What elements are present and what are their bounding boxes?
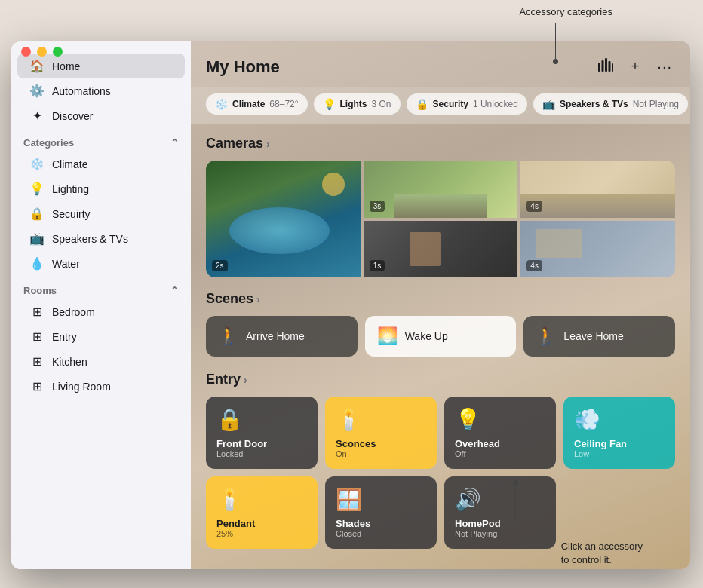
sconces-tile[interactable]: 🕯️ Sconces On — [325, 397, 437, 469]
sidebar-item-home[interactable]: 🏠 Home — [17, 54, 185, 78]
overhead-name: Overhead — [455, 438, 545, 449]
pill-climate-title: Climate — [232, 99, 265, 109]
cameras-grid: 2s 3s 4s 1s — [206, 161, 675, 277]
sidebar-item-automations-label: Automations — [52, 85, 111, 97]
sidebar-item-climate-label: Climate — [52, 158, 87, 170]
sconces-status: On — [336, 449, 426, 458]
sidebar-item-security-label: Secuirty — [52, 208, 91, 220]
pill-lights[interactable]: 💡 Lights 3 On — [314, 93, 401, 115]
shades-icon: 🪟 — [336, 487, 426, 512]
sidebar-item-entry-label: Entry — [52, 331, 77, 343]
shades-name: Shades — [336, 518, 426, 529]
overhead-status: Off — [455, 449, 545, 458]
svg-rect-4 — [612, 63, 613, 72]
maximize-button[interactable] — [53, 47, 63, 57]
scenes-section-label: Scenes — [206, 291, 253, 307]
main-content: My Home + ··· ❄️ Climate — [191, 41, 690, 569]
scenes-row: 🚶 Arrive Home 🌅 Wake Up 🚶 Leave Home — [206, 316, 675, 357]
svg-rect-3 — [608, 61, 610, 72]
sidebar-item-climate[interactable]: ❄️ Climate — [17, 152, 185, 176]
sidebar-item-water[interactable]: 💧 Water — [17, 251, 185, 276]
sidebar-item-living-room[interactable]: ⊞ Living Room — [17, 374, 185, 399]
sidebar-item-kitchen-label: Kitchen — [52, 356, 87, 368]
content-area: Cameras › 2s 3s 4s — [191, 124, 690, 569]
camera-2-label: 3s — [370, 201, 385, 212]
sidebar-item-automations[interactable]: ⚙️ Automations — [17, 78, 185, 103]
shades-status: Closed — [336, 529, 426, 538]
pill-security[interactable]: 🔒 Security 1 Unlocked — [407, 93, 527, 115]
front-door-tile[interactable]: 🔒 Front Door Locked — [206, 397, 318, 469]
kitchen-icon: ⊞ — [29, 354, 45, 369]
pill-climate[interactable]: ❄️ Climate 68–72° — [206, 93, 308, 115]
ceiling-fan-tile[interactable]: 💨 Ceiling Fan Low — [563, 397, 675, 469]
lighting-icon: 💡 — [29, 182, 45, 196]
sidebar-item-discover-label: Discover — [52, 110, 93, 122]
homepod-name: HomePod — [455, 518, 545, 529]
svg-rect-1 — [601, 60, 603, 72]
camera-2[interactable]: 3s — [364, 161, 518, 218]
sconces-icon: 🕯️ — [336, 407, 426, 432]
pendant-name: Pendant — [216, 518, 307, 529]
ceiling-fan-name: Ceiling Fan — [574, 438, 665, 449]
category-pills: ❄️ Climate 68–72° 💡 Lights 3 On 🔒 Securi… — [191, 87, 690, 124]
callout-top-label: Accessory categories — [519, 6, 612, 17]
shades-tile[interactable]: 🪟 Shades Closed — [325, 476, 437, 549]
discover-icon: ✦ — [29, 109, 45, 123]
minimize-button[interactable] — [37, 47, 47, 57]
traffic-lights — [21, 47, 63, 57]
sidebar-item-discover[interactable]: ✦ Discover — [17, 103, 185, 128]
leave-home-scene[interactable]: 🚶 Leave Home — [523, 316, 675, 357]
sconces-name: Sconces — [336, 438, 426, 449]
pill-speakers-tvs[interactable]: 📺 Speakers & TVs Not Playing — [533, 93, 688, 115]
pill-climate-sub: 68–72° — [269, 99, 298, 109]
pill-security-sub: 1 Unlocked — [473, 99, 518, 109]
front-door-name: Front Door — [216, 438, 307, 449]
scenes-section-header[interactable]: Scenes › — [206, 291, 675, 307]
sidebar-item-security[interactable]: 🔒 Secuirty — [17, 201, 185, 226]
close-button[interactable] — [21, 47, 31, 57]
activity-button[interactable] — [595, 55, 616, 78]
sidebar-item-living-room-label: Living Room — [52, 381, 111, 393]
cameras-chevron: › — [266, 138, 270, 150]
camera-3-label: 4s — [526, 201, 542, 212]
sidebar-item-kitchen[interactable]: ⊞ Kitchen — [17, 349, 185, 374]
pill-speakers-sub: Not Playing — [633, 99, 679, 109]
more-button[interactable]: ··· — [654, 55, 675, 78]
wake-up-icon: 🌅 — [377, 326, 398, 346]
arrive-home-scene[interactable]: 🚶 Arrive Home — [206, 316, 358, 357]
sidebar-item-entry[interactable]: ⊞ Entry — [17, 324, 185, 349]
add-button[interactable]: + — [628, 56, 643, 78]
sidebar-item-lighting[interactable]: 💡 Lighting — [17, 176, 185, 201]
leave-home-icon: 🚶 — [536, 326, 556, 346]
camera-1[interactable]: 2s — [206, 161, 361, 277]
entry-section-header[interactable]: Entry › — [206, 372, 675, 387]
homepod-status: Not Playing — [455, 529, 545, 538]
camera-5[interactable]: 4s — [520, 221, 675, 278]
main-header: My Home + ··· — [191, 41, 690, 87]
sidebar-item-bedroom-label: Bedroom — [52, 306, 95, 318]
pill-speakers-title: Speakers & TVs — [560, 99, 628, 109]
sidebar-item-speakers-tvs[interactable]: 📺 Speakers & TVs — [17, 226, 185, 251]
sidebar-item-speakers-tvs-label: Speakers & TVs — [52, 233, 128, 245]
page-title: My Home — [206, 57, 280, 77]
pill-speakers-icon: 📺 — [542, 98, 555, 110]
categories-header[interactable]: Categories ⌃ — [11, 128, 191, 152]
entry-icon: ⊞ — [29, 329, 45, 344]
climate-icon: ❄️ — [29, 157, 45, 171]
camera-3[interactable]: 4s — [520, 161, 675, 218]
pendant-status: 25% — [216, 529, 307, 538]
pill-lights-title: Lights — [340, 99, 367, 109]
cameras-section-header[interactable]: Cameras › — [206, 136, 675, 152]
homepod-tile[interactable]: 🔊 HomePod Not Playing — [444, 476, 556, 549]
wake-up-scene[interactable]: 🌅 Wake Up — [365, 316, 517, 357]
sidebar-item-bedroom[interactable]: ⊞ Bedroom — [17, 299, 185, 324]
camera-1-label: 2s — [212, 260, 228, 271]
rooms-header[interactable]: Rooms ⌃ — [11, 276, 191, 299]
pendant-tile[interactable]: 🕯️ Pendant 25% — [206, 476, 318, 549]
categories-collapse-icon: ⌃ — [170, 137, 179, 149]
overhead-tile[interactable]: 💡 Overhead Off — [444, 397, 556, 469]
callout-top-line — [555, 23, 556, 64]
sidebar-item-water-label: Water — [52, 258, 80, 270]
rooms-collapse-icon: ⌃ — [170, 285, 179, 296]
camera-4[interactable]: 1s — [364, 221, 518, 278]
